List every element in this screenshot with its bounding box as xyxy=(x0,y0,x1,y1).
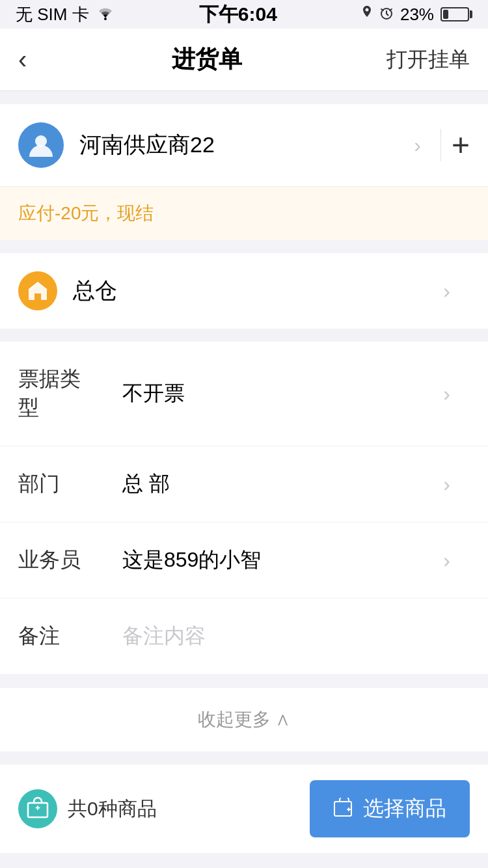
alarm-icon xyxy=(379,5,394,25)
nav-bar: ‹ 进货单 打开挂单 xyxy=(0,29,488,91)
select-product-label: 选择商品 xyxy=(363,794,446,823)
supplier-chevron-icon: › xyxy=(414,133,421,157)
salesman-label: 业务员 xyxy=(18,546,96,575)
invoice-chevron-icon: › xyxy=(443,382,450,406)
divider xyxy=(441,129,441,161)
department-value: 总 部 xyxy=(96,470,443,498)
invoice-value: 不开票 xyxy=(96,379,443,408)
product-icon xyxy=(18,789,57,828)
open-pending-button[interactable]: 打开挂单 xyxy=(386,46,470,74)
warehouse-chevron-icon: › xyxy=(443,279,450,303)
bottom-bar: 共0种商品 选择商品 xyxy=(0,765,488,853)
remark-label: 备注 xyxy=(18,622,96,651)
status-bar: 无 SIM 卡 下午6:04 23% xyxy=(0,0,488,29)
status-time: 下午6:04 xyxy=(199,1,277,28)
warehouse-icon xyxy=(18,271,57,310)
status-left: 无 SIM 卡 xyxy=(16,3,115,26)
payment-info-banner: 应付-20元，现结 xyxy=(0,187,488,240)
invoice-row[interactable]: 票据类型 不开票 › xyxy=(0,342,488,446)
select-product-icon xyxy=(333,798,355,820)
add-supplier-button[interactable]: + xyxy=(452,129,470,161)
svg-point-0 xyxy=(104,18,107,20)
invoice-label: 票据类型 xyxy=(18,365,96,422)
gap-1 xyxy=(0,91,488,104)
select-product-button[interactable]: 选择商品 xyxy=(310,780,470,837)
gray-bottom-area xyxy=(0,853,488,868)
product-count-area: 共0种商品 xyxy=(18,789,157,828)
salesman-value: 这是859的小智 xyxy=(96,546,443,575)
svg-rect-3 xyxy=(34,293,41,300)
back-button[interactable]: ‹ xyxy=(18,45,27,74)
salesman-row[interactable]: 业务员 这是859的小智 › xyxy=(0,522,488,599)
department-chevron-icon: › xyxy=(443,472,450,496)
form-section: 票据类型 不开票 › 部门 总 部 › 业务员 这是859的小智 › 备注 备注… xyxy=(0,342,488,674)
wifi-icon xyxy=(96,5,115,25)
main-content: 河南供应商22 › + 应付-20元，现结 总仓 › 票据类型 不开票 › xyxy=(0,91,488,868)
battery-text: 23% xyxy=(400,5,434,25)
warehouse-row[interactable]: 总仓 › xyxy=(0,253,488,329)
page-title: 进货单 xyxy=(172,44,242,75)
warehouse-section: 总仓 › xyxy=(0,253,488,329)
remark-input[interactable]: 备注内容 xyxy=(96,622,470,651)
supplier-section: 河南供应商22 › + 应付-20元，现结 xyxy=(0,104,488,240)
supplier-row[interactable]: 河南供应商22 › + xyxy=(0,104,488,187)
department-row[interactable]: 部门 总 部 › xyxy=(0,446,488,522)
collapse-row[interactable]: 收起更多 ∧ xyxy=(0,687,488,752)
status-right: 23% xyxy=(361,5,472,25)
gap-2 xyxy=(0,240,488,253)
collapse-button[interactable]: 收起更多 ∧ xyxy=(198,707,291,732)
location-icon xyxy=(361,5,373,25)
supplier-name: 河南供应商22 xyxy=(79,130,414,160)
department-label: 部门 xyxy=(18,470,96,498)
product-count-text: 共0种商品 xyxy=(68,796,157,822)
carrier-text: 无 SIM 卡 xyxy=(16,3,89,26)
supplier-avatar xyxy=(18,122,64,168)
salesman-chevron-icon: › xyxy=(443,549,450,573)
warehouse-name: 总仓 xyxy=(73,276,443,306)
remark-row[interactable]: 备注 备注内容 xyxy=(0,599,488,674)
battery-icon xyxy=(441,7,472,21)
